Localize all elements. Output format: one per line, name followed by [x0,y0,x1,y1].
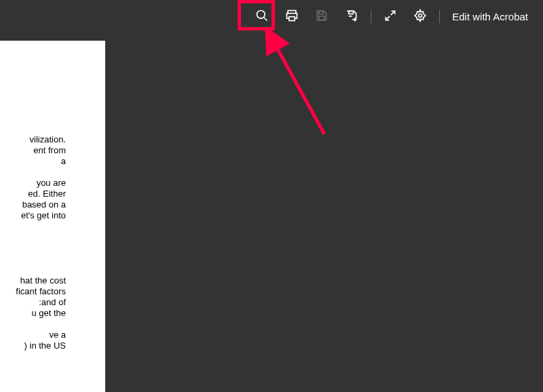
document-text-line: et's get into [21,210,66,221]
document-text-line: ) in the US [24,340,66,351]
svg-point-0 [257,10,265,18]
document-text-line: vilization. [30,134,66,145]
fullscreen-button[interactable] [377,3,404,30]
svg-rect-2 [288,10,296,13]
pdf-page: vilization.ent fromayou areed. Eitherbas… [0,41,105,392]
svg-line-1 [264,17,267,20]
svg-rect-3 [289,16,295,20]
document-text-line: you are [37,178,66,189]
settings-button[interactable] [407,3,434,30]
save-icon [315,9,329,24]
document-text-line: u get the [31,308,66,319]
gear-icon [413,9,427,24]
document-text-line: ficant factors [16,286,66,297]
expand-icon [383,9,397,24]
document-text-line: ent from [33,145,66,156]
svg-rect-4 [319,11,324,14]
save-as-icon [345,9,358,24]
pdf-toolbar: Edit with Acrobat [0,0,543,33]
document-text-line: ve a [49,330,66,340]
pdf-viewport[interactable]: vilization.ent fromayou areed. Eitherbas… [0,33,543,392]
print-icon [285,9,299,24]
svg-point-9 [419,14,422,17]
svg-line-8 [386,16,390,20]
svg-line-7 [391,11,395,15]
save-as-button[interactable] [338,3,365,30]
print-button[interactable] [278,3,305,30]
toolbar-divider [371,9,371,23]
svg-rect-5 [319,16,324,20]
document-text-line: :and of [39,297,66,308]
document-text-line: hat the cost [20,275,66,286]
document-text-line: ed. Either [28,189,66,199]
search-icon [255,9,269,24]
search-button[interactable] [248,3,276,30]
document-text-line: based on a [22,199,66,210]
save-button [308,3,335,30]
edit-with-acrobat-link[interactable]: Edit with Acrobat [445,5,535,28]
document-text-line: a [61,156,66,167]
svg-rect-6 [349,11,354,14]
toolbar-divider [439,9,440,23]
